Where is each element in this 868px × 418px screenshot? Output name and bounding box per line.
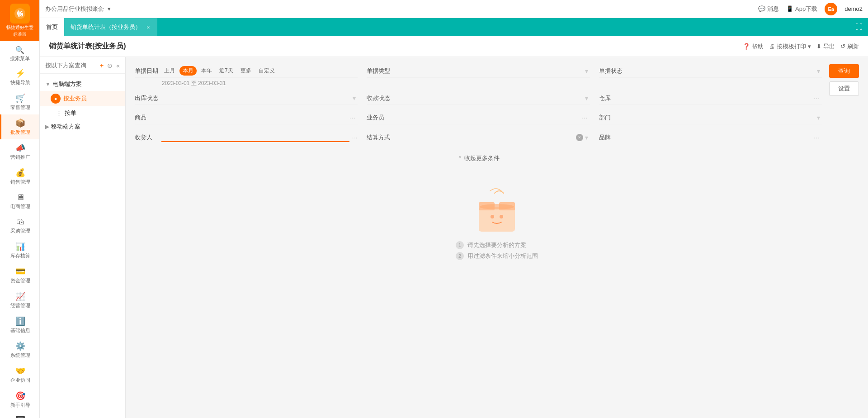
department-select[interactable] — [626, 113, 822, 122]
export-icon: ⬇ — [816, 43, 821, 50]
payment-status-label: 收款状态 — [367, 94, 392, 102]
doc-type-filter-cell: 单据类型 — [367, 65, 590, 78]
page-header-actions: ❓ 帮助 🖨 按模板打印 ▾ ⬇ 导出 ↺ 刷新 — [743, 43, 859, 56]
app-download-action[interactable]: 📱 App下载 — [786, 5, 817, 13]
settings-button[interactable]: 设置 — [829, 81, 859, 96]
settlement-select[interactable]: × — [393, 133, 590, 142]
payment-status-filter-cell: 收款状态 — [367, 92, 590, 105]
tree-group-mobile[interactable]: ▶ 移动端方案 — [40, 120, 125, 133]
avatar-text: Ea — [828, 6, 834, 12]
payment-status-arrow — [585, 95, 588, 102]
tab-home[interactable]: 首页 — [40, 18, 64, 36]
main-area: 办公用品行业模拟账套 ▾ 💬 消息 📱 App下载 Ea demo2 首页 销货… — [40, 0, 868, 418]
sidebar-item-operations[interactable]: 📈 经营管理 — [0, 288, 39, 313]
export-action[interactable]: ⬇ 导出 — [816, 43, 835, 51]
date-tab-custom[interactable]: 自定义 — [256, 66, 278, 76]
payment-status-select[interactable] — [393, 94, 590, 103]
help-action[interactable]: ❓ 帮助 — [743, 43, 764, 51]
selected-badge: ● — [51, 94, 61, 104]
basic-icon: ℹ️ — [15, 316, 25, 326]
purchase-label: 采购管理 — [10, 228, 30, 234]
step-text-1: 请先选择要分析的方案 — [467, 241, 526, 249]
sidebar-item-finance[interactable]: 💳 资金管理 — [0, 263, 39, 288]
template-print-action[interactable]: 🖨 按模板打印 ▾ — [769, 43, 811, 51]
date-tab-more[interactable]: 更多 — [238, 66, 254, 76]
username[interactable]: demo2 — [844, 5, 863, 12]
sub-icon: ⋮ — [56, 110, 62, 117]
out-status-arrow — [353, 95, 356, 102]
warehouse-label: 仓库 — [599, 94, 624, 102]
wholesale-label: 批发管理 — [10, 129, 30, 136]
tab-close-button[interactable]: × — [146, 24, 151, 31]
date-tab-last-month[interactable]: 上月 — [161, 66, 178, 76]
date-tab-last7[interactable]: 近7天 — [217, 66, 236, 76]
doc-status-select[interactable] — [626, 66, 822, 76]
sidebar-item-wholesale[interactable]: 📦 批发管理 — [0, 114, 39, 139]
empty-illustration — [470, 184, 524, 234]
sidebar-item-ecommerce[interactable]: 🖥 电商管理 — [0, 189, 39, 214]
sidebar-item-apps[interactable]: 🔲 应用中心 — [0, 412, 39, 418]
topbar-dropdown-icon[interactable]: ▾ — [108, 5, 111, 12]
message-icon: 💬 — [758, 5, 765, 12]
receiver-input[interactable] — [161, 133, 349, 142]
query-button[interactable]: 查询 — [829, 64, 859, 78]
tree-item-by-doc[interactable]: ⋮ 按单 — [40, 106, 125, 120]
collapse-label: 收起更多条件 — [464, 154, 500, 162]
doc-status-arrow — [817, 67, 820, 75]
tree-group-pc[interactable]: ▼ 电脑端方案 — [40, 77, 125, 91]
scheme-settings-icon[interactable]: ⊙ — [107, 62, 113, 69]
collapse-panel-icon[interactable]: « — [116, 62, 120, 69]
sidebar-item-quicknav[interactable]: ⚡ 快捷导航 — [0, 65, 39, 90]
collapse-bar[interactable]: ⌃ 收起更多条件 — [135, 151, 822, 166]
doc-type-select[interactable] — [393, 66, 590, 76]
wholesale-icon: 📦 — [15, 118, 25, 128]
sidebar-item-basic[interactable]: ℹ️ 基础信息 — [0, 313, 39, 337]
sidebar-item-sales[interactable]: 💰 销售管理 — [0, 164, 39, 189]
operations-label: 经营管理 — [10, 302, 30, 309]
date-tab-this-year[interactable]: 本年 — [198, 66, 215, 76]
sidebar-item-enterprise[interactable]: 🤝 企业协同 — [0, 362, 39, 387]
message-action[interactable]: 💬 消息 — [758, 5, 779, 13]
sidebar-item-zero-retail[interactable]: 🛒 零售管理 — [0, 90, 39, 114]
salesperson-dots: ··· — [581, 114, 588, 121]
tabbar-expand[interactable]: ⛶ — [850, 23, 868, 31]
message-label: 消息 — [767, 5, 779, 13]
sidebar-item-inventory[interactable]: 📊 库存核算 — [0, 238, 39, 263]
sidebar-item-marketing[interactable]: 📣 营销推广 — [0, 139, 39, 164]
page-title: 销货单统计表(按业务员) — [49, 42, 126, 57]
export-label: 导出 — [823, 43, 835, 51]
tree-item-by-salesperson[interactable]: ● 按业务员 — [40, 91, 125, 106]
app-download-label: App下载 — [795, 5, 817, 13]
settlement-clear[interactable]: × — [576, 134, 583, 141]
ecommerce-label: 电商管理 — [10, 203, 30, 210]
brand-select[interactable]: ··· — [626, 133, 822, 142]
enterprise-icon: 🤝 — [15, 366, 25, 376]
help-label: 帮助 — [752, 43, 764, 51]
sidebar-logo[interactable]: 畅 畅捷通好生意 标准版 — [0, 0, 39, 41]
empty-steps: 1 请先选择要分析的方案 2 用过滤条件来缩小分析范围 — [456, 241, 538, 263]
help-icon: ❓ — [743, 43, 750, 50]
date-tab-this-month[interactable]: 本月 — [179, 66, 197, 76]
refresh-label: 刷新 — [847, 43, 859, 51]
user-avatar[interactable]: Ea — [825, 3, 837, 15]
topbar-left: 办公用品行业模拟账套 ▾ — [45, 5, 111, 13]
warehouse-select[interactable]: ··· — [626, 94, 822, 103]
out-status-select[interactable] — [161, 94, 358, 103]
add-scheme-icon[interactable]: + — [100, 62, 104, 69]
tree-label-salesperson: 按业务员 — [63, 95, 87, 103]
date-range-display: 2023-03-01 至 2023-03-31 — [135, 80, 822, 87]
goods-select[interactable]: ··· — [161, 113, 358, 122]
filter-row-1: 单据日期 上月 本月 本年 近7天 更多 自定义 — [135, 64, 822, 78]
sidebar-search[interactable]: 🔍 搜索菜单 — [0, 41, 39, 65]
sidebar-item-newbie[interactable]: 🎯 新手引导 — [0, 387, 39, 412]
refresh-action[interactable]: ↺ 刷新 — [840, 43, 859, 51]
salesperson-select[interactable]: ··· — [393, 113, 590, 122]
tab-sales-stats[interactable]: 销货单统计表（按业务员） × — [64, 18, 157, 36]
topbar-right: 💬 消息 📱 App下载 Ea demo2 — [758, 3, 863, 15]
receiver-label: 收货人 — [135, 133, 160, 142]
sidebar-item-system[interactable]: ⚙️ 系统管理 — [0, 337, 39, 362]
print-icon: 🖨 — [769, 43, 775, 50]
doc-type-arrow — [585, 67, 588, 75]
sidebar-item-purchase[interactable]: 🛍 采购管理 — [0, 214, 39, 238]
doc-status-label: 单据状态 — [599, 67, 624, 75]
